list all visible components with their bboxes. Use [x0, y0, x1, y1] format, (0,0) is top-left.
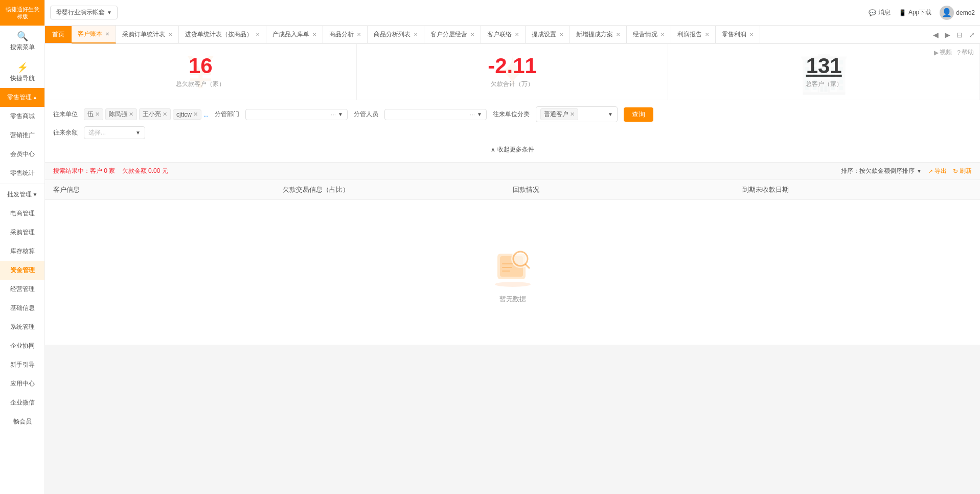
sidebar-item-inventory[interactable]: 库存核算 [0, 242, 44, 261]
filter-row-1: 往来单位 伍 ✕ 陈民强 ✕ 王小亮 ✕ [53, 106, 972, 122]
avatar: 👤 [940, 6, 954, 20]
total-debtors-value: 16 [189, 55, 213, 77]
message-icon: 💬 [869, 9, 876, 16]
tab-close-icon[interactable]: ✕ [660, 32, 665, 37]
tab-scroll-left-icon[interactable]: ◀ [931, 30, 941, 40]
filter-more-button[interactable]: ... [203, 111, 209, 118]
sort-selector[interactable]: 排序：按欠款金额倒序排序 ▼ [841, 167, 922, 175]
top-bar-right: 💬 消息 📱 App下载 👤 demo2 [869, 6, 975, 20]
company-selector[interactable]: 母婴行业演示帐套 ▼ [50, 6, 118, 19]
sidebar-item-operations[interactable]: 经营管理 [0, 280, 44, 299]
tab-produced-inbound[interactable]: 产成品入库单 ✕ [266, 26, 323, 43]
sidebar-item-app-center[interactable]: 应用中心 [0, 374, 44, 393]
collapse-button[interactable]: ∧ 收起更多条件 [53, 143, 972, 156]
tab-close-icon[interactable]: ✕ [470, 32, 474, 37]
query-button[interactable]: 查询 [624, 107, 653, 122]
tag-close-chen[interactable]: ✕ [129, 111, 133, 118]
tab-close-icon[interactable]: ✕ [705, 32, 709, 37]
tab-customer-contact[interactable]: 客户联络 ✕ [481, 26, 526, 43]
sidebar-item-members[interactable]: 会员中心 [0, 145, 44, 164]
sidebar-item-purchase[interactable]: 采购管理 [0, 223, 44, 242]
refresh-icon: ↻ [953, 168, 958, 175]
tab-product-analysis-list[interactable]: 商品分析列表 ✕ [368, 26, 424, 43]
category-select[interactable]: 普通客户 ✕ ▼ [536, 106, 618, 122]
tab-close-icon[interactable]: ✕ [256, 32, 260, 37]
tab-fullscreen-icon[interactable]: ⤢ [967, 30, 977, 40]
col-repayment: 回款情况 [513, 185, 742, 194]
table-empty-state: 暂无数据 [45, 200, 980, 345]
total-customers-label: 总客户（家） [806, 80, 842, 88]
sidebar-item-marketing[interactable]: 营销推广 [0, 126, 44, 145]
tab-menu-icon[interactable]: ⊟ [954, 30, 965, 40]
app-download-button[interactable]: 📱 App下载 [899, 8, 931, 17]
svg-point-0 [495, 282, 531, 287]
tag-chen: 陈民强 ✕ [105, 108, 137, 120]
sidebar-item-retail-stats[interactable]: 零售统计 [0, 164, 44, 183]
tab-close-icon[interactable]: ✕ [749, 32, 754, 37]
table-header: 客户信息 欠款交易信息（占比） 回款情况 到期未收款日期 [45, 180, 980, 200]
tab-close-icon[interactable]: ✕ [559, 32, 563, 37]
export-button[interactable]: ↗ 导出 [928, 167, 947, 175]
tab-customer-tier[interactable]: 客户分层经营 ✕ [424, 26, 481, 43]
dept-label: 分管部门 [215, 110, 239, 119]
tag-wu: 伍 ✕ [84, 108, 103, 120]
tab-product-analysis[interactable]: 商品分析 ✕ [323, 26, 368, 43]
tab-close-icon[interactable]: ✕ [168, 32, 172, 37]
sidebar-item-finance[interactable]: 资金管理 [0, 261, 44, 280]
tag-close-cjttcw[interactable]: ✕ [193, 111, 198, 118]
tab-inventory-stats-product[interactable]: 进货单统计表（按商品） ✕ [179, 26, 266, 43]
tab-retail-profit[interactable]: 零售利润 ✕ [716, 26, 760, 43]
result-bar: 搜索结果中：客户 0 家 欠款金额 0.00 元 排序：按欠款金额倒序排序 ▼ [45, 163, 980, 180]
stats-header: ¥ 16 总欠款客户（家） ✦ -2.11 欠款合计（万） 🏢 131 总客户（… [45, 44, 980, 100]
tab-scroll-right-icon[interactable]: ▶ [943, 30, 952, 40]
unit-label: 往来单位 [53, 110, 78, 119]
chevron-down-icon: ▼ [477, 111, 482, 117]
balance-select[interactable]: 选择... ▼ [84, 126, 145, 139]
tab-customer-ledger[interactable]: 客户账本 ✕ [72, 26, 116, 43]
tag-close-wang[interactable]: ✕ [163, 111, 167, 118]
sidebar-item-retail[interactable]: 零售管理 ▲ [0, 88, 44, 107]
tab-close-icon[interactable]: ✕ [105, 31, 109, 37]
person-more-icon: ··· [470, 111, 475, 118]
tab-close-icon[interactable]: ✕ [414, 32, 418, 37]
tab-purchase-order-stats[interactable]: 采购订单统计表 ✕ [116, 26, 179, 43]
debt-amount-label: 欠款合计（万） [491, 80, 534, 88]
tab-bar: 首页 客户账本 ✕ 采购订单统计表 ✕ 进货单统计表（按商品） ✕ 产成品入库单… [45, 26, 980, 44]
tab-close-icon[interactable]: ✕ [515, 32, 519, 37]
sidebar-item-member-club[interactable]: 畅会员 [0, 412, 44, 431]
tab-close-icon[interactable]: ✕ [312, 32, 316, 37]
sidebar-item-system[interactable]: 系统管理 [0, 318, 44, 336]
tab-close-icon[interactable]: ✕ [357, 32, 361, 37]
tag-close-wu[interactable]: ✕ [95, 111, 100, 118]
person-select[interactable]: ··· ▼ [384, 109, 487, 120]
user-menu[interactable]: 👤 demo2 [940, 6, 975, 20]
sidebar-item-retail-mall[interactable]: 零售商城 [0, 107, 44, 126]
chevron-down-icon: ▼ [135, 130, 141, 136]
dept-more-icon: ··· [331, 111, 336, 118]
empty-text: 暂无数据 [499, 295, 526, 304]
sidebar-item-wholesale[interactable]: 批发管理 ▼ [0, 185, 44, 204]
refresh-button[interactable]: ↻ 刷新 [953, 167, 972, 175]
video-help-button[interactable]: ▶ 视频 [934, 48, 952, 57]
tab-commission-settings[interactable]: 提成设置 ✕ [526, 26, 570, 43]
sidebar-item-basic-info[interactable]: 基础信息 [0, 299, 44, 318]
content-area: ¥ 16 总欠款客户（家） ✦ -2.11 欠款合计（万） 🏢 131 总客户（… [45, 44, 980, 494]
sidebar-item-new-guide[interactable]: 新手引导 [0, 355, 44, 374]
chevron-down-icon: ▼ [338, 111, 343, 117]
message-button[interactable]: 💬 消息 [869, 8, 891, 17]
tab-business-overview[interactable]: 经营情况 ✕ [627, 26, 671, 43]
tab-profit-report[interactable]: 利润报告 ✕ [671, 26, 716, 43]
sidebar-item-enterprise-wechat[interactable]: 企业微信 [0, 393, 44, 412]
sidebar-item-quick-nav[interactable]: ⚡ 快捷导航 [0, 57, 44, 88]
company-name: 母婴行业演示帐套 [56, 8, 105, 17]
help-button[interactable]: ? 帮助 [957, 48, 974, 57]
tab-add-commission[interactable]: 新增提成方案 ✕ [570, 26, 627, 43]
tag-close-normal[interactable]: ✕ [570, 111, 575, 118]
stat-debt-amount: ✦ -2.11 欠款合计（万） [357, 44, 669, 100]
tab-close-icon[interactable]: ✕ [616, 32, 620, 37]
dept-select[interactable]: ··· ▼ [245, 109, 348, 120]
sidebar-item-enterprise-collab[interactable]: 企业协同 [0, 336, 44, 355]
sidebar-item-search[interactable]: 🔍 搜索菜单 [0, 26, 44, 57]
tab-home[interactable]: 首页 [45, 26, 72, 43]
sidebar-item-ecommerce[interactable]: 电商管理 [0, 204, 44, 223]
